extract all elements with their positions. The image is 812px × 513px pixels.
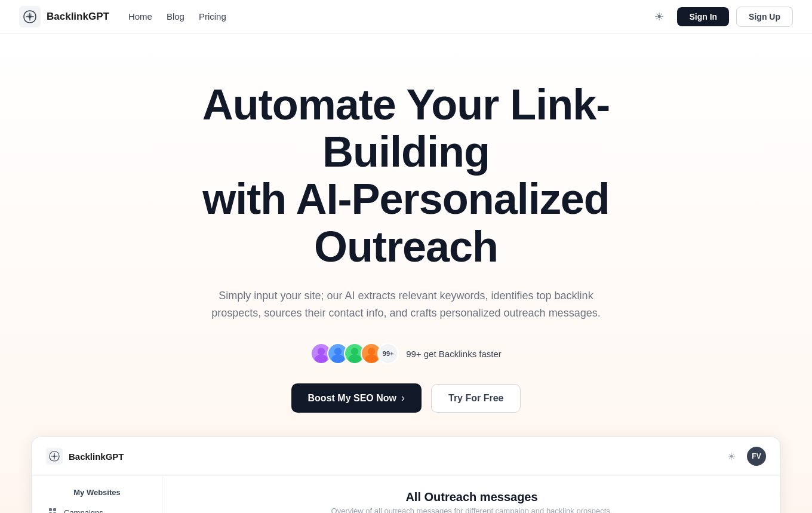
svg-point-11 (54, 456, 56, 457)
svg-point-2 (318, 348, 325, 355)
logo-link[interactable]: BacklinkGPT (19, 6, 109, 27)
user-avatar: FV (747, 447, 766, 466)
nav-pricing[interactable]: Pricing (199, 11, 226, 21)
dashboard-preview: BacklinkGPT ☀ FV My Websites (19, 437, 793, 513)
theme-toggle-button[interactable]: ☀ (648, 6, 670, 27)
social-proof: 99+ 99+ get Backlinks faster (19, 343, 793, 364)
signin-button[interactable]: Sign In (677, 7, 729, 26)
svg-point-3 (315, 355, 327, 363)
dashboard-logo-area: BacklinkGPT (46, 448, 124, 465)
hero-title-line1: Automate Your Link-Building (202, 81, 610, 176)
logo-icon (19, 6, 41, 27)
navbar: BacklinkGPT Home Blog Pricing ☀ Sign In … (0, 0, 812, 33)
dashboard-body: My Websites Campaigns Prospecting Backli… (32, 476, 780, 513)
social-proof-text: 99+ get Backlinks faster (406, 349, 502, 359)
dashboard-sun-icon: ☀ (727, 451, 736, 462)
content-title: All Outreach messages (180, 490, 764, 504)
navbar-left: BacklinkGPT Home Blog Pricing (19, 6, 226, 27)
signup-button[interactable]: Sign Up (736, 7, 793, 27)
campaigns-label: Campaigns (64, 508, 103, 513)
svg-point-4 (334, 348, 342, 355)
logo-text: BacklinkGPT (47, 11, 109, 23)
hero-subtitle: Simply input your site; our AI extracts … (203, 287, 609, 322)
hero-title-line2: with AI-Personalized Outreach (202, 175, 609, 270)
dashboard-theme-toggle[interactable]: ☀ (723, 448, 740, 465)
svg-rect-12 (49, 508, 52, 511)
nav-blog[interactable]: Blog (167, 11, 184, 21)
dashboard-topbar-right: ☀ FV (723, 447, 766, 466)
dashboard-logo-text: BacklinkGPT (69, 451, 124, 462)
boost-seo-button[interactable]: Boost My SEO Now › (291, 383, 422, 413)
sun-icon: ☀ (654, 10, 664, 23)
content-subtitle: Overview of all outreach messages for di… (180, 506, 764, 513)
navbar-right: ☀ Sign In Sign Up (648, 6, 793, 27)
try-for-free-button[interactable]: Try For Free (431, 384, 521, 413)
svg-point-5 (331, 355, 344, 363)
svg-point-7 (348, 355, 361, 363)
dashboard-card: BacklinkGPT ☀ FV My Websites (31, 437, 781, 513)
campaigns-icon (47, 508, 58, 513)
svg-point-6 (351, 348, 358, 355)
dashboard-main-content: All Outreach messages Overview of all ou… (163, 476, 780, 513)
dashboard-sidebar: My Websites Campaigns Prospecting Backli… (32, 476, 163, 513)
nav-home[interactable]: Home (128, 11, 152, 21)
sidebar-item-campaigns[interactable]: Campaigns (41, 503, 153, 513)
dashboard-topbar: BacklinkGPT ☀ FV (32, 437, 780, 476)
hero-section: Automate Your Link-Building with AI-Pers… (0, 33, 812, 513)
arrow-icon: › (401, 392, 405, 404)
avatar-count: 99+ (377, 343, 399, 364)
svg-point-1 (29, 16, 31, 18)
hero-title: Automate Your Link-Building with AI-Pers… (137, 81, 675, 271)
svg-point-9 (365, 355, 377, 363)
dashboard-logo-icon (46, 448, 63, 465)
nav-links: Home Blog Pricing (128, 11, 226, 21)
svg-point-8 (368, 348, 375, 355)
boost-seo-label: Boost My SEO Now (308, 393, 396, 404)
cta-buttons: Boost My SEO Now › Try For Free (19, 383, 793, 413)
avatars-group: 99+ (310, 343, 399, 364)
svg-rect-13 (53, 508, 56, 511)
sidebar-section-my-websites: My Websites (41, 488, 153, 497)
